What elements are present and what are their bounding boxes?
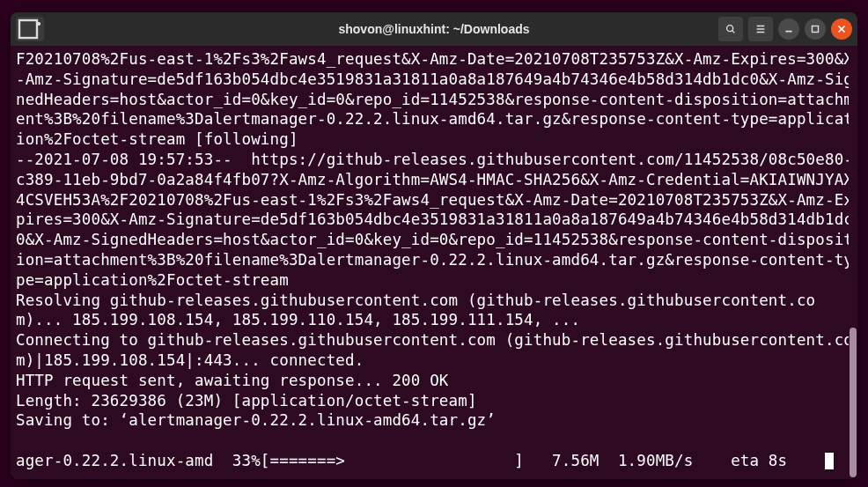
terminal-line: ager-0.22.2.linux-amd 33%[=======> ] 7.5… (16, 452, 825, 469)
scrollbar-thumb[interactable] (850, 328, 857, 477)
terminal-line: Length: 23629386 (23M) [application/octe… (16, 392, 477, 410)
terminal-window: shovon@linuxhint: ~/Downloads F20210708%… (11, 12, 857, 479)
close-button[interactable] (831, 18, 852, 40)
minimize-button[interactable] (778, 18, 799, 40)
terminal-line: F20210708%2Fus-east-1%2Fs3%2Faws4_reques… (16, 50, 853, 148)
scrollbar[interactable] (849, 46, 857, 479)
svg-rect-9 (813, 26, 819, 33)
svg-point-3 (727, 26, 733, 32)
terminal-line: --2021-07-08 19:57:53-- https://github-r… (16, 151, 853, 289)
terminal-line: HTTP request sent, awaiting response... … (16, 372, 449, 389)
terminal-line: Resolving github-releases.githubusercont… (16, 291, 815, 329)
cursor (825, 453, 834, 469)
search-button[interactable] (718, 17, 743, 41)
svg-line-4 (732, 31, 735, 33)
terminal-output[interactable]: F20210708%2Fus-east-1%2Fs3%2Faws4_reques… (11, 46, 857, 479)
new-tab-button[interactable] (16, 17, 44, 41)
menu-button[interactable] (748, 17, 773, 41)
maximize-button[interactable] (805, 18, 826, 40)
titlebar: shovon@linuxhint: ~/Downloads (11, 12, 857, 46)
terminal-line: Connecting to github-releases.githubuser… (16, 331, 853, 369)
terminal-line: Saving to: ‘alertmanager-0.22.2.linux-am… (16, 411, 496, 429)
svg-rect-0 (19, 20, 37, 38)
